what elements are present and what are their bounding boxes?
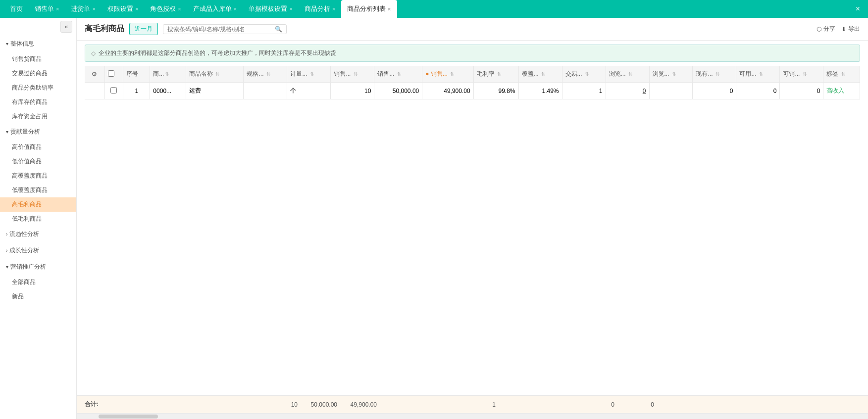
table-container: ⚙ 序号 商... ⇅ 商品名称 ⇅ 规格... ⇅ 计量. xyxy=(77,66,868,395)
row-coverage: 1.49% xyxy=(518,83,562,99)
row-checkbox[interactable] xyxy=(104,83,123,99)
sidebar-item-low-margin[interactable]: 低毛利商品 xyxy=(0,212,76,226)
coverage-col-header[interactable]: 覆盖... ⇅ xyxy=(518,66,562,83)
footer-current-stock: 0 xyxy=(579,401,618,408)
footer-sales-amount: 50,000.00 xyxy=(302,401,341,408)
select-all-checkbox[interactable] xyxy=(108,70,114,77)
sidebar-item-high-value[interactable]: 高价值商品 xyxy=(0,140,76,154)
arrow-icon-4: › xyxy=(6,248,7,253)
settings-col-header[interactable]: ⚙ xyxy=(85,66,104,83)
nav-role[interactable]: 角色授权 × xyxy=(144,0,187,18)
content-header: 高毛利商品 近一月 🔍 ⬡ 分享 ⬇ 导出 xyxy=(77,18,868,41)
row-name: 运费 xyxy=(186,83,244,99)
row-view2 xyxy=(649,83,693,99)
search-input[interactable] xyxy=(167,26,275,33)
arrow-icon-5: ▾ xyxy=(6,264,8,270)
nav-close-sales[interactable]: × xyxy=(56,6,59,12)
footer-sales-qty: 10 xyxy=(262,401,302,408)
row-index: 1 xyxy=(123,83,150,99)
nav-product-inbound[interactable]: 产成品入库单 × xyxy=(187,0,243,18)
footer-available-stock: 0 xyxy=(618,401,658,408)
sidebar-section-contribution[interactable]: ▾ 贡献量分析 xyxy=(0,124,76,140)
window-close-button[interactable]: × xyxy=(852,4,864,13)
share-button[interactable]: ⬡ 分享 xyxy=(817,25,835,33)
footer-sales-cost: 49,900.00 xyxy=(341,401,381,408)
sidebar-item-stock-capital[interactable]: 库存资金占用 xyxy=(0,109,76,124)
sidebar-item-high-coverage[interactable]: 高覆盖度商品 xyxy=(0,169,76,183)
name-col-header[interactable]: 商品名称 ⇅ xyxy=(186,66,244,83)
sales-amount-col-header[interactable]: 销售... ⇅ xyxy=(374,66,422,83)
search-icon[interactable]: 🔍 xyxy=(275,26,282,33)
checkbox-col-header[interactable] xyxy=(104,66,123,83)
view2-col-header[interactable]: 浏览... ⇅ xyxy=(649,66,693,83)
view1-col-header[interactable]: 浏览... ⇅ xyxy=(606,66,649,83)
arrow-icon: ▾ xyxy=(6,41,8,47)
sidebar-item-in-stock[interactable]: 有库存的商品 xyxy=(0,95,76,109)
sidebar-item-high-margin[interactable]: 高毛利商品 xyxy=(0,197,76,212)
sidebar-item-sales-goods[interactable]: 销售货商品 xyxy=(0,52,76,66)
index-col-header: 序号 xyxy=(123,66,150,83)
sales-qty-col-header[interactable]: 销售... ⇅ xyxy=(331,66,374,83)
nav-sales[interactable]: 销售单 × xyxy=(29,0,65,18)
nav-close-purchase[interactable]: × xyxy=(92,6,95,12)
row-code: 0000... xyxy=(150,83,186,99)
nav-close-permission[interactable]: × xyxy=(135,6,138,12)
horizontal-scrollbar[interactable] xyxy=(77,413,868,419)
nav-close-template[interactable]: × xyxy=(289,6,292,12)
transaction-col-header[interactable]: 交易... ⇅ xyxy=(562,66,606,83)
sidebar-section-overall[interactable]: ▾ 整体信息 xyxy=(0,36,76,52)
sidebar-item-traded-goods[interactable]: 交易过的商品 xyxy=(0,66,76,81)
row-tag: 高收入 xyxy=(823,83,860,99)
row-available-stock: 0 xyxy=(736,83,780,99)
row-current-stock: 0 xyxy=(693,83,736,99)
current-stock-col-header[interactable]: 现有... ⇅ xyxy=(693,66,736,83)
filter-month-button[interactable]: 近一月 xyxy=(129,23,158,35)
row-spec xyxy=(244,83,287,99)
nav-close-product-analysis[interactable]: × xyxy=(332,6,335,12)
settings-icon[interactable]: ⚙ xyxy=(92,71,97,78)
sidebar-section-growth[interactable]: › 成长性分析 xyxy=(0,242,76,259)
unit-col-header[interactable]: 计量... ⇅ xyxy=(287,66,331,83)
sidebar-collapse-btn[interactable]: « xyxy=(60,21,72,33)
row-unit: 个 xyxy=(287,83,331,99)
tag-col-header[interactable]: 标签 ⇅ xyxy=(823,66,860,83)
nav-product-analysis-list[interactable]: 商品分析列表 × xyxy=(341,0,397,18)
nav-home[interactable]: 首页 xyxy=(4,0,29,18)
sidebar-item-new-goods[interactable]: 新品 xyxy=(0,289,76,304)
sidebar-item-category-assist[interactable]: 商品分类助销率 xyxy=(0,81,76,95)
export-button[interactable]: ⬇ 导出 xyxy=(841,25,860,33)
search-box[interactable]: 🔍 xyxy=(163,24,287,34)
row-sales-amount: 50,000.00 xyxy=(374,83,422,99)
available-stock-col-header[interactable]: 可用... ⇅ xyxy=(736,66,780,83)
sidebar-item-all-goods[interactable]: 全部商品 xyxy=(0,275,76,289)
table-header-row: ⚙ 序号 商... ⇅ 商品名称 ⇅ 规格... ⇅ 计量. xyxy=(85,66,860,83)
nav-permission[interactable]: 权限设置 × xyxy=(102,0,144,18)
arrow-icon-3: › xyxy=(6,232,7,237)
scroll-thumb[interactable] xyxy=(99,415,158,419)
row-view1[interactable]: 0 xyxy=(606,83,649,99)
goods-table: ⚙ 序号 商... ⇅ 商品名称 ⇅ 规格... ⇅ 计量. xyxy=(85,66,860,99)
row-select-checkbox[interactable] xyxy=(110,87,117,93)
gross-margin-col-header[interactable]: 毛利率 ⇅ xyxy=(473,66,518,83)
sellable-stock-col-header[interactable]: 可销... ⇅ xyxy=(780,66,823,83)
arrow-icon-2: ▾ xyxy=(6,129,8,135)
sidebar-section-marketing[interactable]: ▾ 营销推广分析 xyxy=(0,259,76,275)
code-col-header[interactable]: 商... ⇅ xyxy=(150,66,186,83)
footer-transaction: 1 xyxy=(460,401,500,408)
sales-cost-col-header[interactable]: ● 销售... ⇅ xyxy=(422,66,473,83)
info-banner: ◇ 企业的主要的利润都是这部分商品创造的，可考虑加大推广，同时关注库存是不要出现… xyxy=(85,45,860,62)
nav-close-product-analysis-list[interactable]: × xyxy=(388,6,391,12)
nav-template[interactable]: 单据模板设置 × xyxy=(243,0,298,18)
sidebar-section-trend[interactable]: › 流趋性分析 xyxy=(0,226,76,242)
nav-purchase[interactable]: 进货单 × xyxy=(65,0,101,18)
share-icon: ⬡ xyxy=(817,26,821,33)
nav-close-product-inbound[interactable]: × xyxy=(234,6,237,12)
spec-col-header[interactable]: 规格... ⇅ xyxy=(244,66,287,83)
sidebar-item-low-value[interactable]: 低价值商品 xyxy=(0,154,76,169)
row-settings xyxy=(85,83,104,99)
row-gross-margin: 99.8% xyxy=(473,83,518,99)
nav-product-analysis[interactable]: 商品分析 × xyxy=(299,0,341,18)
nav-close-role[interactable]: × xyxy=(178,6,181,12)
sidebar-item-low-coverage[interactable]: 低覆盖度商品 xyxy=(0,183,76,197)
table-footer: 合计: 10 50,000.00 49,900.00 1 0 0 xyxy=(77,395,868,413)
